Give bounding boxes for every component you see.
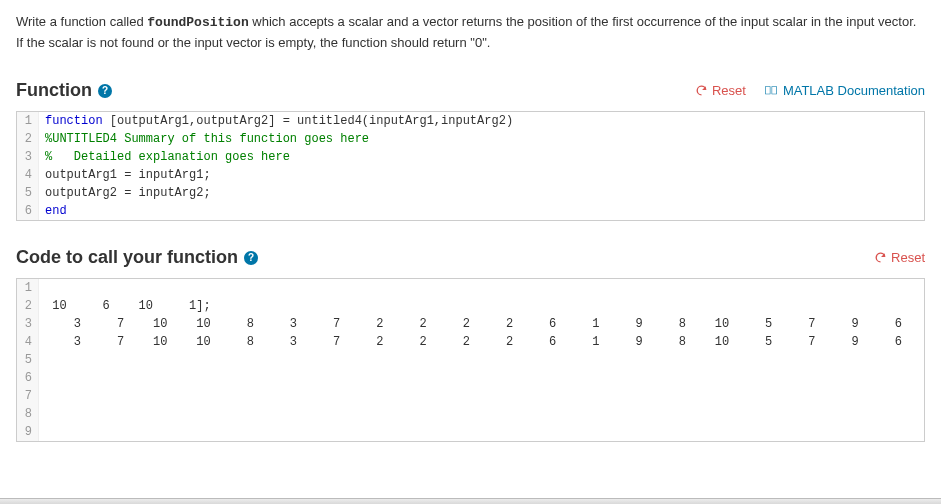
function-code-editor[interactable]: 1function [outputArg1,outputArg2] = unti…	[16, 111, 925, 221]
line-number: 3	[17, 315, 39, 333]
function-title: Function	[16, 80, 92, 101]
line-number: 4	[17, 333, 39, 351]
code-text[interactable]	[39, 369, 45, 387]
matlab-doc-link[interactable]: MATLAB Documentation	[764, 83, 925, 98]
code-line[interactable]: 7	[17, 387, 924, 405]
line-number: 7	[17, 387, 39, 405]
reset-button[interactable]: Reset	[695, 83, 746, 98]
line-number: 9	[17, 423, 39, 441]
doc-label: MATLAB Documentation	[783, 83, 925, 98]
code-text[interactable]	[39, 351, 45, 369]
code-text[interactable]: 3 7 10 10 8 3 7 2 2 2 2 6 1 9 8 10 5 7 9…	[39, 315, 924, 333]
line-number: 8	[17, 405, 39, 423]
code-text[interactable]: function [outputArg1,outputArg2] = untit…	[39, 112, 513, 130]
reset-icon	[874, 251, 887, 264]
code-text[interactable]: outputArg1 = inputArg1;	[39, 166, 211, 184]
help-icon[interactable]: ?	[98, 84, 112, 98]
code-text[interactable]: end	[39, 202, 67, 220]
instr-funcname: foundPosition	[147, 15, 248, 30]
code-line[interactable]: 9	[17, 423, 924, 441]
call-title: Code to call your function	[16, 247, 238, 268]
line-number: 5	[17, 184, 39, 202]
line-number: 2	[17, 130, 39, 148]
call-code-editor[interactable]: 12 10 6 10 1];3 3 7 10 10 8 3 7 2 2 2 2 …	[16, 278, 925, 442]
problem-statement: Write a function called foundPosition wh…	[16, 12, 925, 52]
code-line[interactable]: 3% Detailed explanation goes here	[17, 148, 924, 166]
code-line[interactable]: 2 10 6 10 1];	[17, 297, 924, 315]
reset-button[interactable]: Reset	[874, 250, 925, 265]
code-text[interactable]: outputArg2 = inputArg2;	[39, 184, 211, 202]
code-line[interactable]: 4 3 7 10 10 8 3 7 2 2 2 2 6 1 9 8 10 5 7…	[17, 333, 924, 351]
call-section-header: Code to call your function ? Reset	[16, 247, 925, 268]
line-number: 1	[17, 279, 39, 297]
code-text[interactable]: % Detailed explanation goes here	[39, 148, 290, 166]
line-number: 2	[17, 297, 39, 315]
code-line[interactable]: 5	[17, 351, 924, 369]
code-text[interactable]	[39, 387, 45, 405]
book-icon	[764, 85, 778, 97]
reset-label: Reset	[712, 83, 746, 98]
code-text[interactable]	[39, 423, 45, 441]
line-number: 4	[17, 166, 39, 184]
line-number: 6	[17, 202, 39, 220]
function-section-header: Function ? Reset MATLAB Documentation	[16, 80, 925, 101]
reset-icon	[695, 84, 708, 97]
code-line[interactable]: 3 3 7 10 10 8 3 7 2 2 2 2 6 1 9 8 10 5 7…	[17, 315, 924, 333]
line-number: 6	[17, 369, 39, 387]
code-line[interactable]: 6	[17, 369, 924, 387]
code-text[interactable]	[39, 279, 45, 297]
code-line[interactable]: 2%UNTITLED4 Summary of this function goe…	[17, 130, 924, 148]
code-line[interactable]: 1	[17, 279, 924, 297]
line-number: 3	[17, 148, 39, 166]
code-line[interactable]: 4outputArg1 = inputArg1;	[17, 166, 924, 184]
line-number: 5	[17, 351, 39, 369]
help-icon[interactable]: ?	[244, 251, 258, 265]
code-text[interactable]: 3 7 10 10 8 3 7 2 2 2 2 6 1 9 8 10 5 7 9…	[39, 333, 924, 351]
line-number: 1	[17, 112, 39, 130]
code-text[interactable]: %UNTITLED4 Summary of this function goes…	[39, 130, 369, 148]
code-text[interactable]	[39, 405, 45, 423]
code-line[interactable]: 8	[17, 405, 924, 423]
code-line[interactable]: 1function [outputArg1,outputArg2] = unti…	[17, 112, 924, 130]
reset-label: Reset	[891, 250, 925, 265]
instr-prefix: Write a function called	[16, 14, 147, 29]
code-line[interactable]: 6end	[17, 202, 924, 220]
code-line[interactable]: 5outputArg2 = inputArg2;	[17, 184, 924, 202]
code-text[interactable]: 10 6 10 1];	[39, 297, 211, 315]
